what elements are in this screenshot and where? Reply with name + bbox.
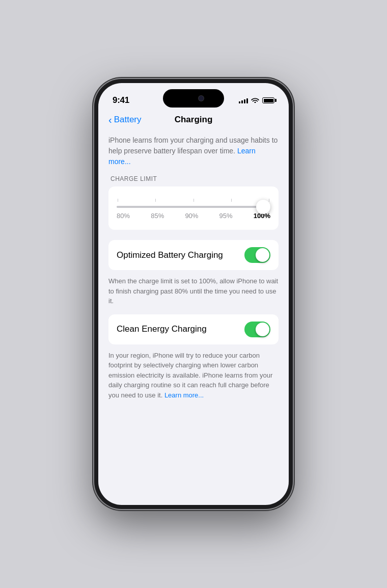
clean-energy-label: Clean Energy Charging [117,324,207,334]
slider-label-80: 80% [117,212,130,220]
charge-limit-header: CHARGE LIMIT [108,175,279,182]
slider-thumb[interactable] [256,200,270,214]
content-area: iPhone learns from your charging and usa… [98,131,289,408]
slider-label-95: 95% [219,212,233,220]
back-chevron-icon: ‹ [108,115,112,125]
camera-dot [199,96,204,101]
battery-status-icon [262,97,274,103]
clean-energy-learn-more-link[interactable]: Learn more... [164,391,204,399]
slider-ticks [117,199,270,202]
phone-screen: 9:41 [98,83,289,505]
status-icons [239,97,274,104]
status-time: 9:41 [113,95,129,105]
signal-icon [239,97,248,103]
optimized-charging-description: When the charge limit is set to 100%, al… [108,274,279,314]
optimized-charging-toggle-thumb [256,248,269,262]
optimized-charging-row: Optimized Battery Charging [108,240,279,270]
phone-frame: 9:41 [94,79,293,509]
slider-track [117,206,270,208]
slider-label-90: 90% [185,212,198,220]
intro-description: iPhone learns from your charging and usa… [108,131,279,175]
optimized-charging-label: Optimized Battery Charging [117,250,223,260]
optimized-charging-toggle[interactable] [244,247,270,263]
wifi-icon [251,97,259,104]
clean-energy-toggle-thumb [256,323,269,336]
page-title: Charging [175,115,213,125]
optimized-charging-card: Optimized Battery Charging [108,240,279,270]
slider-label-85: 85% [151,212,164,220]
slider-fill [117,206,270,208]
navigation-bar: ‹ Battery Charging [98,111,289,131]
clean-energy-card: Clean Energy Charging [108,314,279,344]
clean-energy-description: In your region, iPhone will try to reduc… [108,349,279,409]
status-bar: 9:41 [98,83,289,111]
back-button-label: Battery [114,115,142,125]
slider-labels: 80% 85% 90% 95% 100% [117,212,270,220]
back-button[interactable]: ‹ Battery [108,115,142,125]
clean-energy-toggle[interactable] [244,322,270,337]
charge-limit-slider[interactable]: 80% 85% 90% 95% 100% [117,195,270,224]
clean-energy-row: Clean Energy Charging [108,314,279,344]
dynamic-island [163,89,224,108]
charge-limit-card: 80% 85% 90% 95% 100% [108,186,279,230]
